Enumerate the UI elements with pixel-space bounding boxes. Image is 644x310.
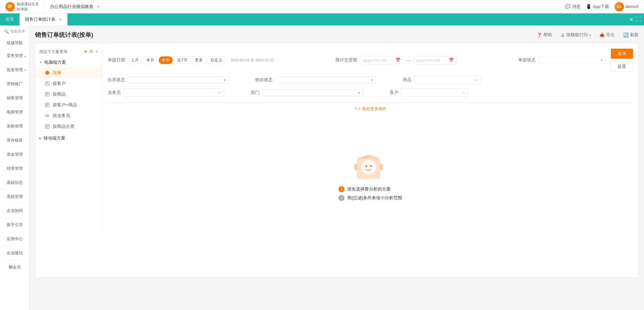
panel-header: 按以下方案查询 + ⚙ « [35, 47, 102, 57]
by-goods-icon [45, 92, 50, 97]
sidebar-item-purchase[interactable]: 采购管理 [0, 119, 29, 134]
order-status-select[interactable]: ▾ [538, 57, 605, 64]
top-bar-dropdown-icon[interactable]: ▾ [98, 5, 99, 8]
expected-delivery-end[interactable]: yyyy-mm-dd 📅 [413, 56, 457, 64]
panel-group-pc-title[interactable]: ▼ 电脑端方案 [35, 57, 102, 67]
empty-steps: 1 请先选择要分析的方案 2 用[过滤]条件来缩小分析范围 [338, 186, 402, 201]
filter-expected-delivery: 预计交货期 yyyy-mm-dd 📅 — yyyy-mm-dd 📅 [335, 56, 457, 64]
filter-row-3: 业务员 ··· 部门 [108, 88, 633, 97]
sidebar-item-newbie[interactable]: 新手引导 [0, 218, 29, 232]
sidebar-item-weixin[interactable]: 企业微信 [0, 246, 29, 260]
tab-maximize[interactable]: ⛶ [636, 16, 641, 22]
right-panel: 单据日期 上月 本月 本年 近7天 更多 自定义 [102, 43, 638, 233]
help-button[interactable]: ❓ 帮助 [537, 32, 552, 38]
tab-home[interactable]: 首页 [0, 13, 19, 25]
divider1 [556, 32, 556, 38]
panel-add-button[interactable]: + [84, 49, 87, 55]
panel-item-by-order[interactable]: 按单 [35, 67, 102, 78]
filter-goods: 商品 ··· [403, 75, 481, 84]
btn-this-year[interactable]: 本年 [159, 56, 173, 64]
settings-button[interactable]: 设置 [611, 61, 633, 71]
payment-status-select[interactable]: ▾ [275, 76, 376, 84]
collapse-icon: ∧∧ [354, 106, 361, 111]
customer-label: 客户 [390, 90, 398, 96]
top-bar-title: 办公用品行业模拟账套 [50, 4, 94, 10]
by-customer-goods-icon [45, 102, 50, 108]
by-goods-category-icon [45, 124, 50, 129]
empty-illustration [350, 142, 390, 182]
panel-collapse-button[interactable]: « [96, 49, 98, 55]
print-icon: 🖨 [560, 33, 565, 38]
app-download-button[interactable]: 📱 App下载 [586, 4, 609, 10]
refresh-button[interactable]: 🔄 刷新 [623, 32, 639, 38]
logo-icon: 好 [5, 2, 15, 11]
svg-point-22 [370, 165, 372, 167]
goods-dots[interactable]: ··· [474, 77, 478, 83]
goods-input[interactable]: ··· [414, 75, 481, 84]
expected-delivery-start[interactable]: yyyy-mm-dd 📅 [360, 56, 404, 64]
sidebar-item-basic[interactable]: 基础信息 [0, 176, 29, 190]
btn-more[interactable]: 更多 [192, 56, 206, 64]
svg-rect-24 [380, 164, 383, 170]
btn-this-month[interactable]: 本月 [143, 56, 157, 64]
panel-group-mobile-title[interactable]: ▶ 移动端方案 [35, 133, 102, 143]
sidebar-item-marketing[interactable]: 营销推广 [0, 77, 29, 91]
template-print-button[interactable]: 🖨 按模板打印 ▾ [560, 32, 591, 38]
panel-item-by-goods[interactable]: 按商品 [35, 89, 102, 100]
collapse-bar[interactable]: ∧∧ 收起更多条件 [108, 102, 633, 115]
sidebar-item-inventory[interactable]: 库存核算 [0, 134, 29, 148]
sidebar-item-enterprise[interactable]: 企业协同 [0, 204, 29, 218]
payment-status-label: 收款状态 [255, 77, 273, 83]
message-button[interactable]: 💬 消息 [565, 4, 581, 10]
svg-rect-13 [47, 114, 48, 117]
date-group: 上月 本月 本年 近7天 更多 自定义 [128, 56, 225, 64]
salesman-dots[interactable]: ··· [217, 90, 221, 95]
export-button[interactable]: 📤 导出 [599, 32, 615, 38]
user-avatar: Ea [614, 2, 624, 11]
svg-rect-12 [46, 115, 47, 117]
btn-custom[interactable]: 自定义 [207, 56, 225, 64]
salesman-input[interactable]: ··· [123, 88, 224, 97]
tab-bar-actions: ✕ ⛶ [629, 16, 644, 23]
order-status-label: 单据状态 [518, 57, 536, 63]
tab-close-window[interactable]: ✕ [629, 16, 633, 23]
step1-text: 请先选择要分析的方案 [347, 186, 391, 192]
main-content: 销售订单统计表(按单) ❓ 帮助 🖨 按模板打印 ▾ 📤 [30, 25, 644, 310]
sidebar-item-wholesale[interactable]: 批发管理 [0, 63, 29, 77]
user-menu[interactable]: Ea demo2 [614, 2, 639, 11]
sidebar-item-retail[interactable]: 零售管理 [0, 49, 29, 63]
search-button[interactable]: 查询 [611, 49, 633, 59]
customer-input[interactable]: ··· [401, 88, 468, 97]
sidebar-item-appcenter[interactable]: 应用中心 [0, 232, 29, 246]
payment-arrow: ▾ [371, 78, 373, 82]
tab-sales-order-stats[interactable]: 销售订单统计表 ✕ [19, 13, 67, 25]
panel-item-by-salesman[interactable]: 按业务员 [35, 110, 102, 121]
sidebar-search[interactable]: 🔍 搜索菜单 [0, 25, 29, 38]
active-tab-label: 销售订单统计表 [25, 16, 55, 22]
panel-settings-button[interactable]: ⚙ [89, 49, 94, 55]
sidebar-item-ecommerce[interactable]: 电商管理 [0, 105, 29, 119]
calendar-icon-start: 📅 [395, 58, 400, 62]
panel-item-by-goods-category[interactable]: 按商品分类 [35, 121, 102, 132]
sidebar-item-operations[interactable]: 经营管理 [0, 162, 29, 176]
department-select[interactable]: ▾ [262, 89, 363, 96]
panel-header-actions: + ⚙ « [84, 49, 98, 55]
sidebar-item-finance[interactable]: 资金管理 [0, 148, 29, 162]
svg-rect-23 [354, 164, 358, 170]
order-status-arrow: ▾ [601, 58, 602, 62]
sidebar-item-system[interactable]: 系统管理 [0, 190, 29, 204]
svg-rect-14 [48, 115, 49, 117]
tab-close-icon[interactable]: ✕ [59, 17, 62, 22]
export-icon: 📤 [599, 33, 605, 38]
date-separator: — [406, 58, 411, 63]
sidebar-item-sales[interactable]: 销售管理 [0, 91, 29, 105]
date-start-placeholder: yyyy-mm-dd [363, 58, 394, 63]
outbound-status-select[interactable]: ▾ [128, 76, 228, 84]
btn-last-month[interactable]: 上月 [128, 56, 142, 64]
btn-last-7days[interactable]: 近7天 [174, 56, 191, 64]
customer-dots[interactable]: ··· [461, 90, 465, 95]
panel-item-by-customer[interactable]: 按客户 [35, 78, 102, 89]
sidebar-nav-shortcut[interactable]: 快捷导航 [0, 38, 29, 49]
panel-item-by-customer-goods[interactable]: 按客户+商品 [35, 100, 102, 110]
sidebar-item-member[interactable]: 畅会员 [0, 260, 29, 274]
